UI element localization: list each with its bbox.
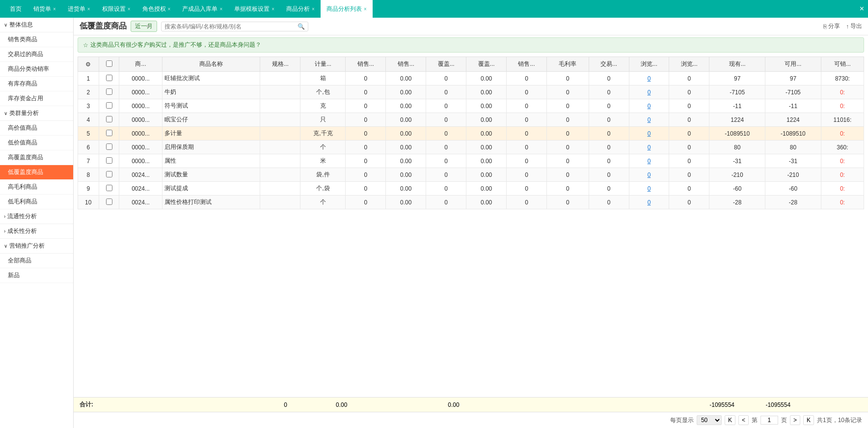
per-page-select[interactable]: 50 100 <box>697 415 722 425</box>
close-icon[interactable]: × <box>168 6 171 12</box>
row-checkbox[interactable] <box>106 88 112 95</box>
browse-link[interactable]: 0 <box>648 75 651 82</box>
nav-item-home[interactable]: 首页 <box>4 0 27 18</box>
close-icon[interactable]: × <box>364 6 367 12</box>
cell-browse1[interactable]: 0 <box>629 113 669 127</box>
cell-cover2: 0.00 <box>466 168 507 182</box>
cell-browse1[interactable]: 0 <box>629 127 669 141</box>
close-all-button[interactable]: × <box>860 4 864 13</box>
sidebar-item-high-margin[interactable]: 高毛利商品 <box>0 180 73 195</box>
select-all-checkbox[interactable] <box>106 60 112 67</box>
browse-link[interactable]: 0 <box>648 89 651 96</box>
sidebar-collapse-button[interactable]: « <box>146 22 150 29</box>
sidebar-section-circulation[interactable]: › 流通性分析 <box>0 209 73 224</box>
browse-link[interactable]: 0 <box>648 171 651 178</box>
close-icon[interactable]: × <box>128 6 131 12</box>
nav-item-analysis-list[interactable]: 商品分析列表 × <box>321 0 373 18</box>
sidebar-item-sales-goods[interactable]: 销售类商品 <box>0 32 73 47</box>
sidebar-item-stock-capital[interactable]: 库存资金占用 <box>0 91 73 106</box>
row-checkbox[interactable] <box>106 130 112 136</box>
cell-browse1[interactable]: 0 <box>629 168 669 182</box>
cell-browse1[interactable]: 0 <box>629 141 669 154</box>
nav-item-purchase[interactable]: 进货单 × <box>62 0 96 18</box>
last-page-button[interactable]: K <box>803 415 814 425</box>
sidebar-item-new-goods[interactable]: 新品 <box>0 268 73 283</box>
cell-checkbox[interactable] <box>99 154 119 168</box>
sidebar-item-low-coverage[interactable]: 低覆盖度商品 <box>0 165 73 180</box>
sidebar-section-group[interactable]: ∨ 类群量分析 <box>0 106 73 121</box>
browse-link[interactable]: 0 <box>648 185 651 192</box>
cell-checkbox[interactable] <box>99 168 119 182</box>
row-checkbox[interactable] <box>106 171 112 177</box>
cell-browse2: 0 <box>669 154 709 168</box>
search-box[interactable]: 🔍 <box>161 22 308 31</box>
row-checkbox[interactable] <box>106 143 112 150</box>
saleable-value: 0: <box>840 199 845 206</box>
sidebar-item-traded-goods[interactable]: 交易过的商品 <box>0 47 73 62</box>
sidebar-item-stocked-goods[interactable]: 有库存商品 <box>0 77 73 91</box>
col-settings[interactable]: ⚙ <box>78 57 99 72</box>
nav-item-templates[interactable]: 单据模板设置 × <box>228 0 280 18</box>
browse-link[interactable]: 0 <box>648 158 651 165</box>
sidebar-section-growth[interactable]: › 成长性分析 <box>0 224 73 239</box>
row-checkbox[interactable] <box>106 185 112 191</box>
close-icon[interactable]: × <box>312 6 315 12</box>
row-checkbox[interactable] <box>106 75 112 81</box>
browse-link[interactable]: 0 <box>648 199 651 206</box>
sidebar-item-high-coverage[interactable]: 高覆盖度商品 <box>0 150 73 165</box>
nav-item-products[interactable]: 产成品入库单 × <box>176 0 228 18</box>
nav-item-sales[interactable]: 销货单 × <box>27 0 62 18</box>
page-number-input[interactable] <box>760 416 778 425</box>
cell-browse1[interactable]: 0 <box>629 196 669 209</box>
first-page-button[interactable]: K <box>725 415 735 425</box>
nav-item-analysis[interactable]: 商品分析 × <box>280 0 321 18</box>
row-checkbox[interactable] <box>106 157 112 164</box>
sidebar-item-category-rate[interactable]: 商品分类动销率 <box>0 62 73 77</box>
browse-link[interactable]: 0 <box>648 103 651 110</box>
cell-browse1[interactable]: 0 <box>629 182 669 196</box>
search-input[interactable] <box>164 23 298 30</box>
next-page-button[interactable]: > <box>790 415 800 425</box>
share-button[interactable]: ⎘ 分享 <box>823 22 840 30</box>
cell-checkbox[interactable] <box>99 196 119 209</box>
col-checkbox[interactable] <box>99 57 119 72</box>
cell-cover1: 0 <box>426 86 466 99</box>
cell-checkbox[interactable] <box>99 141 119 154</box>
header-actions: ⎘ 分享 ↑ 导出 <box>823 22 862 30</box>
sidebar-section-overall[interactable]: ∨ 整体信息 <box>0 18 73 32</box>
row-checkbox[interactable] <box>106 116 112 122</box>
date-filter-button[interactable]: 近一月 <box>131 21 157 32</box>
browse-link[interactable]: 0 <box>648 144 651 151</box>
col-cover1: 覆盖... <box>426 57 466 72</box>
cell-available: 80 <box>765 141 821 154</box>
cell-checkbox[interactable] <box>99 72 119 86</box>
cell-checkbox[interactable] <box>99 86 119 99</box>
row-checkbox[interactable] <box>106 102 112 109</box>
sidebar-item-low-margin[interactable]: 低毛利商品 <box>0 195 73 209</box>
nav-item-roles[interactable]: 角色授权 × <box>136 0 177 18</box>
export-button[interactable]: ↑ 导出 <box>846 22 862 30</box>
browse-link[interactable]: 0 <box>648 116 651 123</box>
sidebar-item-low-value[interactable]: 低价值商品 <box>0 136 73 150</box>
sidebar-item-high-value[interactable]: 高价值商品 <box>0 121 73 136</box>
close-icon[interactable]: × <box>87 6 90 12</box>
cell-checkbox[interactable] <box>99 127 119 141</box>
cell-browse1[interactable]: 0 <box>629 154 669 168</box>
cell-browse1[interactable]: 0 <box>629 86 669 99</box>
cell-checkbox[interactable] <box>99 113 119 127</box>
close-icon[interactable]: × <box>219 6 222 12</box>
browse-link[interactable]: 0 <box>648 130 651 137</box>
sidebar-item-all-goods[interactable]: 全部商品 <box>0 254 73 268</box>
top-nav: 首页 销货单 × 进货单 × 权限设置 × 角色授权 × 产成品入库单 × 单据… <box>0 0 868 18</box>
nav-item-permissions[interactable]: 权限设置 × <box>96 0 136 18</box>
cell-checkbox[interactable] <box>99 99 119 113</box>
cell-browse1[interactable]: 0 <box>629 72 669 86</box>
cell-browse1[interactable]: 0 <box>629 99 669 113</box>
row-checkbox[interactable] <box>106 199 112 205</box>
close-icon[interactable]: × <box>271 6 274 12</box>
close-icon[interactable]: × <box>53 6 56 12</box>
col-browse2: 浏览... <box>669 57 709 72</box>
prev-page-button[interactable]: < <box>738 415 749 425</box>
sidebar-section-marketing[interactable]: ∨ 营销推广分析 <box>0 239 73 254</box>
cell-checkbox[interactable] <box>99 182 119 196</box>
